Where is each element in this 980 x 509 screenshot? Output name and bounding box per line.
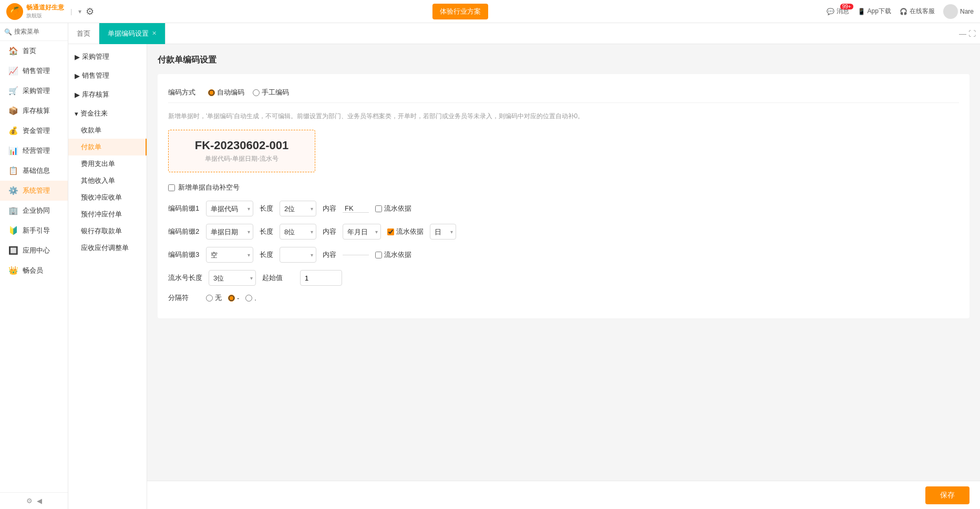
prefix-select-2[interactable]: 单据日期: [206, 224, 253, 240]
tab-minimize-btn[interactable]: —: [959, 29, 966, 38]
prefix-label-2: 编码前缀2: [168, 227, 200, 236]
sidebar-item-guide[interactable]: 🔰 新手引导: [0, 221, 68, 241]
sep-dot-radio[interactable]: .: [245, 294, 256, 302]
sub-item-receipt[interactable]: 收款单: [68, 122, 147, 139]
stream-input-2[interactable]: [387, 228, 394, 235]
settings-bottom-icon[interactable]: ⚙: [26, 497, 33, 505]
auto-code-radio[interactable]: 自动编码: [208, 88, 244, 97]
sidebar-item-system[interactable]: ⚙️ 系统管理: [0, 181, 68, 201]
message-icon: 💬: [827, 8, 834, 15]
top-bar-mid: 体验行业方案: [432, 4, 488, 19]
search-menu-btn[interactable]: 🔍 搜索菜单: [0, 23, 68, 41]
sep-dot-input[interactable]: [245, 295, 252, 302]
sidebar-item-purchase[interactable]: 🛒 采购管理: [0, 81, 68, 101]
sub-menu-sales[interactable]: ▶ 销售管理: [68, 67, 147, 84]
user-area[interactable]: Nare: [943, 4, 974, 19]
member-icon: 👑: [8, 266, 18, 275]
sub-item-expense[interactable]: 费用支出单: [68, 155, 147, 172]
logo-area: 🍊 畅通道好生意 旗舰版: [6, 3, 64, 20]
logo-text: 畅通道好生意 旗舰版: [26, 3, 64, 19]
sub-item-other-income[interactable]: 其他收入单: [68, 172, 147, 189]
length-label-3: 长度: [260, 250, 273, 259]
tab-bar: 首页 单据编码设置 ✕ — ⛶: [68, 23, 980, 44]
prefix-select-3[interactable]: 空: [206, 247, 253, 263]
save-button[interactable]: 保存: [925, 486, 969, 504]
sidebar-item-operations[interactable]: 📊 经营管理: [0, 141, 68, 161]
sep-none-radio[interactable]: 无: [206, 293, 222, 303]
serial-length-select[interactable]: 3位: [209, 270, 256, 286]
sidebar-item-apps[interactable]: 🔲 应用中心: [0, 241, 68, 261]
cycle-select[interactable]: 日: [430, 224, 456, 240]
inventory-icon: 📦: [8, 106, 18, 116]
example-desc: 单据代码-单据日期-流水号: [179, 154, 304, 163]
content-select-2[interactable]: 年月日: [343, 224, 381, 240]
prefix-label-1: 编码前缀1: [168, 204, 200, 213]
length-select-3[interactable]: [280, 247, 316, 263]
start-value-input[interactable]: [300, 270, 342, 286]
sub-item-prepay-pay[interactable]: 预付冲应付单: [68, 206, 147, 223]
sub-item-payment[interactable]: 付款单: [68, 139, 147, 155]
chevron-right-icon3: ▶: [75, 91, 80, 99]
sidebar-bottom: ⚙ ◀: [0, 492, 68, 509]
sidebar-item-finance[interactable]: 💰 资金管理: [0, 121, 68, 141]
tab-encoding[interactable]: 单据编码设置 ✕: [99, 23, 166, 44]
service-icon: 🎧: [900, 8, 907, 15]
sidebar-item-sales[interactable]: 📈 销售管理: [0, 61, 68, 81]
tab-maximize-btn[interactable]: ⛶: [968, 29, 976, 38]
encoding-method-label: 编码方式: [168, 88, 200, 97]
separator-label: 分隔符: [168, 293, 200, 303]
prefix-select-1[interactable]: 单据代码: [206, 201, 253, 216]
tab-close-btn[interactable]: ✕: [152, 30, 157, 37]
page-wrapper: 付款单编码设置 编码方式 自动编码: [147, 44, 980, 509]
sidebar-item-enterprise[interactable]: 🏢 企业协同: [0, 201, 68, 221]
main-layout: 🔍 搜索菜单 🏠 首页 📈 销售管理 🛒 采购管理 📦 库存核算 💰 资金管理 …: [0, 23, 980, 509]
stream-checkbox-2[interactable]: 流水依据: [387, 227, 424, 236]
sep-none-input[interactable]: [206, 295, 213, 302]
stream-input-1[interactable]: [375, 205, 382, 212]
stream-input-3[interactable]: [375, 252, 382, 258]
stream-checkbox-3[interactable]: 流水依据: [375, 250, 411, 259]
prefix-select-3-wrapper: 空: [206, 247, 253, 263]
sidebar-item-basic[interactable]: 📋 基础信息: [0, 161, 68, 181]
manual-code-input[interactable]: [253, 89, 260, 96]
sep-dash-radio[interactable]: -: [228, 294, 239, 302]
content-label-3: 内容: [323, 250, 336, 259]
sub-item-bank-deposit[interactable]: 银行存取款单: [68, 223, 147, 240]
sidebar-item-inventory[interactable]: 📦 库存核算: [0, 101, 68, 121]
stream-checkbox-1[interactable]: 流水依据: [375, 204, 411, 213]
sub-menu-capital[interactable]: ▾ 资金往来: [68, 105, 147, 122]
length-label-1: 长度: [260, 204, 273, 213]
top-bar-right: 💬 消息 99+ 📱 App下载 🎧 在线客服 Nare: [827, 4, 974, 19]
tab-home[interactable]: 首页: [68, 23, 99, 44]
chevron-down-icon: ▾: [75, 110, 78, 118]
auto-fill-checkbox[interactable]: [168, 184, 175, 191]
sub-item-ar-ap-adjust[interactable]: 应收应付调整单: [68, 240, 147, 256]
length-select-1[interactable]: 2位: [280, 201, 316, 216]
sidebar-item-member[interactable]: 👑 畅会员: [0, 261, 68, 281]
collapse-icon[interactable]: ◀: [37, 497, 42, 505]
finance-icon: 💰: [8, 126, 18, 136]
hint-text: 新增单据时，'单据编码'自动生成，不可编辑。前缀设置为部门、业务员等档案类，开单…: [168, 111, 959, 121]
sep-dash-input[interactable]: [228, 295, 235, 302]
sub-menu-inventory[interactable]: ▶ 库存核算: [68, 86, 147, 103]
service-btn[interactable]: 🎧 在线客服: [900, 7, 935, 16]
length-select-3-wrapper: [280, 247, 316, 263]
manual-code-radio[interactable]: 手工编码: [253, 88, 289, 97]
message-btn[interactable]: 💬 消息 99+: [827, 7, 849, 16]
industry-btn[interactable]: 体验行业方案: [432, 4, 488, 19]
tab-actions: — ⛶: [959, 29, 980, 38]
chevron-right-icon: ▶: [75, 53, 80, 61]
sidebar-item-home[interactable]: 🏠 首页: [0, 41, 68, 61]
sub-group-sales: ▶ 销售管理: [68, 67, 147, 84]
encoding-method-row: 编码方式 自动编码 手工编码: [168, 82, 959, 103]
app-download-btn[interactable]: 📱 App下载: [858, 7, 891, 16]
encoding-radio-group: 自动编码 手工编码: [208, 88, 289, 97]
search-icon: 🔍: [4, 28, 12, 36]
length-select-2[interactable]: 8位: [280, 224, 316, 240]
bottom-bar: 保存: [147, 481, 980, 509]
settings-icon[interactable]: ⚙: [86, 6, 94, 17]
sub-item-prepay-receive[interactable]: 预收冲应收单: [68, 189, 147, 206]
sub-menu-purchase[interactable]: ▶ 采购管理: [68, 48, 147, 65]
auto-code-input[interactable]: [208, 89, 215, 96]
serial-length-select-wrapper: 3位: [209, 270, 256, 286]
